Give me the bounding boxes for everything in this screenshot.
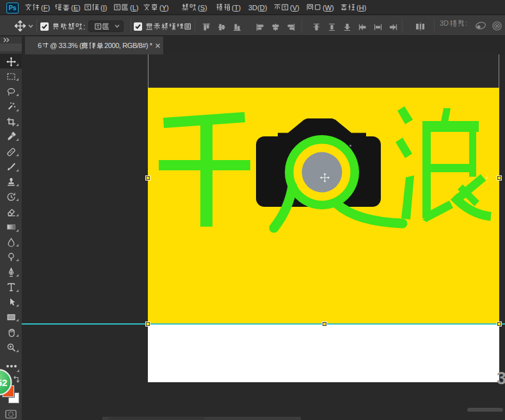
svg-text:52: 52 (0, 377, 7, 388)
